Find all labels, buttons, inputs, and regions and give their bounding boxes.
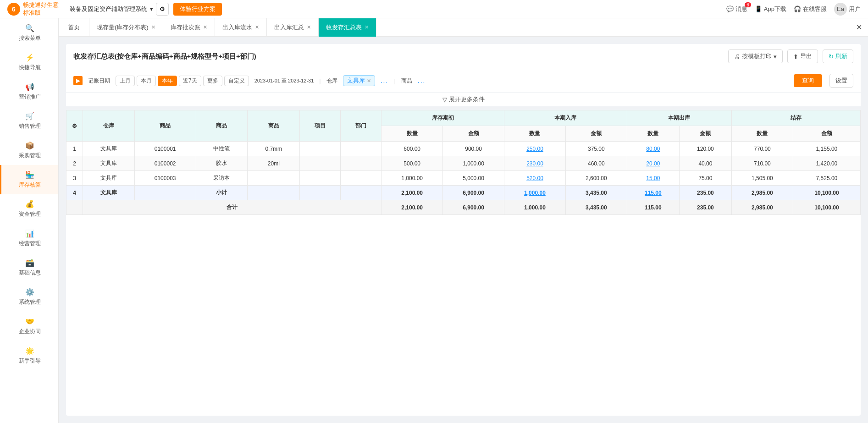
col-header-gear[interactable]: ⚙ [66, 110, 83, 142]
row-in-qty[interactable]: 1,000.00 [504, 186, 566, 200]
warehouse-more-button[interactable]: ... [381, 77, 389, 84]
footer-label: 合计 [83, 200, 381, 215]
warehouse-tag-close[interactable]: ✕ [367, 78, 371, 84]
warehouse-tag[interactable]: 文具库 ✕ [343, 75, 375, 86]
sidebar-item-guide[interactable]: 🌟新手引导 [0, 341, 58, 370]
export-button[interactable]: ⬆ 导出 [787, 49, 818, 63]
expand-more-button[interactable]: ▽ 展开更多条件 [442, 95, 485, 104]
tab-bar: 首页现存量(库存分布表)✕库存批次账✕出入库流水✕出入库汇总✕收发存汇总表✕✕ [59, 18, 868, 37]
tab-close-inout_flow[interactable]: ✕ [255, 24, 259, 30]
header-right: 💬 消息 6 📱 App下载 🎧 在线客服 Ea 用户 [726, 3, 861, 16]
message-icon: 💬 [726, 5, 734, 12]
user-menu[interactable]: Ea 用户 [834, 3, 861, 16]
row-in-qty[interactable]: 520.00 [504, 171, 566, 186]
row-bal-qty: 770.00 [731, 142, 793, 156]
dropdown-arrow-icon: ▾ [150, 5, 153, 12]
print-button[interactable]: 🖨 按模板打印 ▾ [728, 49, 783, 63]
date-btn-本月[interactable]: 本月 [137, 76, 156, 86]
row-bal-amt: 1,420.00 [793, 156, 860, 171]
tab-inout_summary[interactable]: 出入库汇总✕ [267, 18, 319, 37]
table-container: ⚙ 仓库 商品 商品 商品 项目 部门 库存期初 本期入库 本期出库 结存 [66, 110, 861, 416]
row-out-qty[interactable]: 15.00 [627, 171, 679, 186]
row-bal-amt: 10,100.00 [793, 186, 860, 200]
row-in-qty[interactable]: 230.00 [504, 156, 566, 171]
row-name: 中性笔 [196, 142, 248, 156]
sidebar-item-operations[interactable]: 📊经营管理 [0, 224, 58, 253]
row-code: 0100003 [134, 171, 196, 186]
sidebar-item-purchase[interactable]: 📦采购管理 [0, 136, 58, 165]
col-header-balance: 结存 [731, 110, 860, 126]
row-out-amt: 235.00 [679, 186, 731, 200]
message-button[interactable]: 💬 消息 6 [726, 5, 747, 13]
tab-close-collection_summary[interactable]: ✕ [365, 24, 369, 30]
row-out-qty[interactable]: 80.00 [627, 142, 679, 156]
row-in-amt: 2,600.00 [565, 171, 627, 186]
date-btn-近7天[interactable]: 近7天 [179, 76, 201, 86]
experience-button[interactable]: 体验行业方案 [173, 3, 222, 16]
tab-close-inout_summary[interactable]: ✕ [307, 24, 311, 30]
sidebar-item-sales[interactable]: 🛒销售管理 [0, 106, 58, 136]
date-btn-自定义[interactable]: 自定义 [224, 76, 249, 86]
goods-more-button[interactable]: ... [418, 77, 426, 84]
col-header-bal-amt: 金额 [793, 126, 860, 142]
expand-filter-button[interactable]: ▶ [73, 76, 83, 85]
sidebar-item-marketing[interactable]: 📢营销推广 [0, 77, 58, 106]
sidebar-item-system[interactable]: ⚙️系统管理 [0, 282, 58, 312]
page-content: 收发存汇总表(按仓库+商品编码+商品+规格型号+项目+部门) 🖨 按模板打印 ▾… [59, 37, 868, 423]
logo-area: 6 畅捷通好生意 标准版 [7, 1, 66, 17]
sidebar-item-enterprise[interactable]: 🤝企业协同 [0, 312, 58, 341]
date-btn-更多[interactable]: 更多 [203, 76, 222, 86]
operations-icon: 📊 [25, 229, 34, 238]
sidebar-item-finance[interactable]: 💰资金管理 [0, 194, 58, 224]
table-row: 3 文具库 0100003 采访本 1,000.00 5,000.00 520.… [66, 171, 861, 186]
query-button[interactable]: 查询 [794, 74, 822, 87]
app-download-button[interactable]: 📱 App下载 [755, 5, 786, 13]
row-spec: 0.7mm [248, 142, 300, 156]
tab-home[interactable]: 首页 [59, 18, 89, 37]
sidebar-item-quick[interactable]: ⚡快捷导航 [0, 48, 58, 77]
table-row: 4 文具库 小计 2,100.00 6,900.00 1,000.00 3,43… [66, 186, 861, 200]
date-label: 记账日期 [88, 77, 110, 85]
date-buttons: 上月本月本年近7天更多自定义 [116, 76, 249, 86]
system-title-area: 装备及固定资产辅助管理系统 ▾ [70, 5, 153, 13]
row-open-qty: 1,000.00 [381, 171, 443, 186]
tab-bar-close-icon[interactable]: ✕ [850, 23, 868, 32]
row-in-amt: 460.00 [565, 156, 627, 171]
col-header-spec: 商品 [248, 110, 300, 142]
date-btn-本年[interactable]: 本年 [158, 76, 177, 86]
avatar: Ea [834, 3, 847, 16]
filter-setting-button[interactable]: 设置 [829, 74, 853, 88]
row-code [134, 186, 196, 200]
sidebar: 🔍搜索菜单⚡快捷导航📢营销推广🛒销售管理📦采购管理🏪库存核算💰资金管理📊经营管理… [0, 18, 59, 423]
sidebar-item-inventory[interactable]: 🏪库存核算 [0, 165, 58, 194]
tab-close-batch[interactable]: ✕ [203, 24, 207, 30]
col-header-out-amt: 金额 [679, 126, 731, 142]
online-service-label: 在线客服 [803, 5, 827, 13]
online-service-button[interactable]: 🎧 在线客服 [794, 5, 827, 13]
user-label: 用户 [849, 5, 861, 13]
sales-icon: 🛒 [25, 112, 34, 121]
tab-stock_dist[interactable]: 现存量(库存分布表)✕ [89, 18, 163, 37]
row-in-qty[interactable]: 250.00 [504, 142, 566, 156]
footer-row: 合计 2,100.00 6,900.00 1,000.00 3,435.00 1… [66, 200, 861, 215]
col-header-in-qty: 数量 [504, 126, 566, 142]
row-out-qty[interactable]: 115.00 [627, 186, 679, 200]
tab-inout_flow[interactable]: 出入库流水✕ [215, 18, 267, 37]
refresh-button[interactable]: ↻ 刷新 [823, 49, 853, 63]
sidebar-item-search[interactable]: 🔍搜索菜单 [0, 18, 58, 48]
row-bal-amt: 7,525.00 [793, 171, 860, 186]
sidebar-item-basic[interactable]: 🗃️基础信息 [0, 253, 58, 282]
footer-in-qty: 1,000.00 [504, 200, 566, 215]
row-name: 小计 [196, 186, 248, 200]
print-icon: 🖨 [734, 53, 740, 60]
tab-close-stock_dist[interactable]: ✕ [151, 24, 155, 30]
settings-button[interactable]: ⚙ [156, 3, 169, 16]
expand-more-row: ▽ 展开更多条件 [66, 93, 861, 106]
headset-icon: 🎧 [794, 5, 801, 12]
tab-batch[interactable]: 库存批次账✕ [163, 18, 215, 37]
enterprise-icon: 🤝 [25, 317, 34, 326]
date-btn-上月[interactable]: 上月 [116, 76, 135, 86]
row-open-qty: 600.00 [381, 142, 443, 156]
row-out-qty[interactable]: 20.00 [627, 156, 679, 171]
tab-collection_summary[interactable]: 收发存汇总表✕ [319, 18, 376, 37]
